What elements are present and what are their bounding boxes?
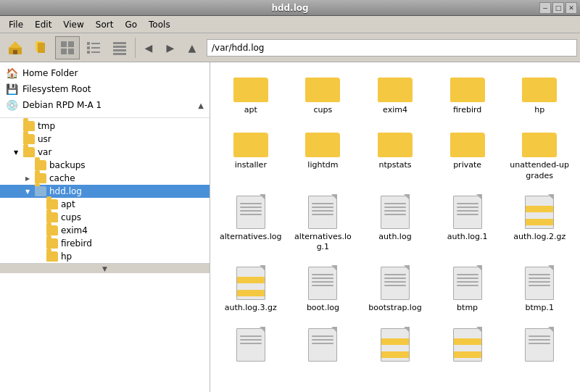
folder-icon-apt-lg xyxy=(233,73,268,102)
svg-rect-9 xyxy=(68,49,74,54)
file-item-ntpstats[interactable]: ntpstats xyxy=(360,123,430,186)
file-item-exim4[interactable]: exim4 xyxy=(360,68,430,120)
file-item-alternatives-log-1[interactable]: alternatives.log.1 xyxy=(289,189,358,258)
file-icon-auth-log-1 xyxy=(453,194,482,229)
home-icon: 🏠 xyxy=(6,67,18,79)
file-item-firebird[interactable]: firebird xyxy=(433,68,502,120)
file-item-row5-1[interactable] xyxy=(216,322,286,370)
close-button[interactable]: ✕ xyxy=(566,2,577,14)
file-icon-alternatives-log-1 xyxy=(308,194,337,229)
file-item-unattended-upgrades[interactable]: unattended-upgrades xyxy=(505,123,574,186)
file-icon-row5-5 xyxy=(525,327,554,362)
menu-sort[interactable]: Sort xyxy=(90,18,120,31)
tree-label-apt: apt xyxy=(61,199,75,209)
compact-view-icon xyxy=(86,40,102,56)
file-item-row5-3[interactable] xyxy=(360,322,430,370)
tree-item-var[interactable]: ▼ var xyxy=(0,146,210,159)
tree-label-hp: hp xyxy=(61,251,72,262)
file-icon-auth-log-2-gz xyxy=(525,194,554,229)
menu-go[interactable]: Go xyxy=(119,18,143,31)
svg-rect-17 xyxy=(113,46,126,48)
sidebar-item-filesystem-root[interactable]: 💾 Filesystem Root xyxy=(0,81,210,97)
file-item-auth-log-2-gz[interactable]: auth.log.2.gz xyxy=(505,189,574,258)
places-section: 🏠 Home Folder 💾 Filesystem Root 💿 Debian… xyxy=(0,62,210,116)
compact-view-button[interactable] xyxy=(81,36,106,59)
tree-item-cache[interactable]: ▶ cache xyxy=(0,172,210,185)
forward-button[interactable]: ▶ xyxy=(160,38,181,58)
file-item-row5-2[interactable] xyxy=(289,322,358,370)
maximize-button[interactable]: □ xyxy=(552,2,564,14)
file-item-apt[interactable]: apt xyxy=(216,68,286,120)
tree-item-usr[interactable]: usr xyxy=(0,133,210,146)
debian-rpd-label: Debian RPD M-A 1 xyxy=(22,100,102,110)
file-item-row5-4[interactable] xyxy=(433,322,502,370)
file-item-installer[interactable]: installer xyxy=(216,123,286,186)
file-item-private[interactable]: private xyxy=(433,123,502,186)
file-item-bootstrap-log[interactable]: bootstrap.log xyxy=(360,260,430,318)
tree-label-var: var xyxy=(38,147,51,157)
tree-item-backups[interactable]: backups xyxy=(0,159,210,172)
file-label-unattended-upgrades: unattended-upgrades xyxy=(508,160,571,181)
tree-item-tmp[interactable]: tmp xyxy=(0,120,210,133)
file-label-private: private xyxy=(453,160,481,170)
file-item-auth-log-3-gz[interactable]: auth.log.3.gz xyxy=(216,260,286,318)
bookmarks-icon xyxy=(33,40,49,56)
file-label-hp: hp xyxy=(534,105,544,115)
sidebar-item-debian-rpd[interactable]: 💿 Debian RPD M-A 1 ▲ xyxy=(0,97,210,113)
file-item-btmp-1[interactable]: btmp.1 xyxy=(505,260,574,318)
file-item-auth-log-1[interactable]: auth.log.1 xyxy=(433,189,502,258)
file-icon-btmp-1 xyxy=(525,265,554,300)
tree-separator xyxy=(0,117,210,118)
tree-item-hp[interactable]: hp xyxy=(0,250,210,263)
tree-item-apt[interactable]: apt xyxy=(0,198,210,211)
tree-item-hdd-log[interactable]: ▼ hdd.log xyxy=(0,185,210,198)
minimize-button[interactable]: − xyxy=(539,2,551,14)
menu-edit[interactable]: Edit xyxy=(29,18,57,31)
folder-icon-hp xyxy=(46,251,58,262)
menu-file[interactable]: File xyxy=(3,18,29,31)
file-item-auth-log[interactable]: auth.log xyxy=(360,189,430,258)
tree-label-backups: backups xyxy=(49,160,86,170)
tree-item-cups[interactable]: cups xyxy=(0,211,210,224)
file-item-btmp[interactable]: btmp xyxy=(433,260,502,318)
file-item-lightdm[interactable]: lightdm xyxy=(289,123,358,186)
home-toolbar-button[interactable] xyxy=(3,36,28,59)
file-label-firebird: firebird xyxy=(453,105,481,115)
menu-tools[interactable]: Tools xyxy=(143,18,176,31)
up-button[interactable]: ▲ xyxy=(182,38,202,58)
folder-icon-firebird xyxy=(46,238,58,249)
folder-icon-private-lg xyxy=(450,128,485,157)
file-label-cups: cups xyxy=(314,105,333,115)
file-item-alternatives-log[interactable]: alternatives.log xyxy=(216,189,286,258)
file-item-row5-5[interactable] xyxy=(505,322,574,370)
svg-rect-16 xyxy=(113,42,126,44)
file-icon-row5-2 xyxy=(308,327,337,362)
folder-icon-lightdm-lg xyxy=(305,128,340,157)
menu-view[interactable]: View xyxy=(57,18,89,31)
folder-icon-exim4-lg xyxy=(378,73,413,102)
sidebar-scrollbar[interactable]: ▼ xyxy=(0,263,210,273)
file-icon-btmp xyxy=(453,265,482,300)
file-label-exim4: exim4 xyxy=(383,105,407,115)
folder-icon-installer-lg xyxy=(233,128,268,157)
tree-label-cache: cache xyxy=(49,173,75,183)
tree-item-exim4[interactable]: exim4 xyxy=(0,224,210,237)
svg-rect-6 xyxy=(61,41,67,47)
svg-rect-12 xyxy=(87,46,90,49)
tree-item-firebird[interactable]: firebird xyxy=(0,237,210,250)
address-bar[interactable]: /var/hdd.log xyxy=(207,39,577,57)
file-label-auth-log-1: auth.log.1 xyxy=(447,232,488,242)
sidebar-item-home-folder[interactable]: 🏠 Home Folder xyxy=(0,65,210,81)
eject-icon[interactable]: ▲ xyxy=(198,101,204,109)
icon-view-button[interactable] xyxy=(55,36,80,59)
folder-icon-tmp xyxy=(23,121,35,131)
file-label-installer: installer xyxy=(235,160,267,170)
file-item-boot-log[interactable]: boot.log xyxy=(289,260,358,318)
back-button[interactable]: ◀ xyxy=(138,38,159,58)
file-item-hp[interactable]: hp xyxy=(505,68,574,120)
bookmarks-toolbar-button[interactable] xyxy=(29,36,54,59)
file-view: apt cups exim4 firebird xyxy=(210,62,580,392)
sidebar: 🏠 Home Folder 💾 Filesystem Root 💿 Debian… xyxy=(0,62,210,392)
list-view-button[interactable] xyxy=(107,36,132,59)
file-item-cups[interactable]: cups xyxy=(289,68,358,120)
